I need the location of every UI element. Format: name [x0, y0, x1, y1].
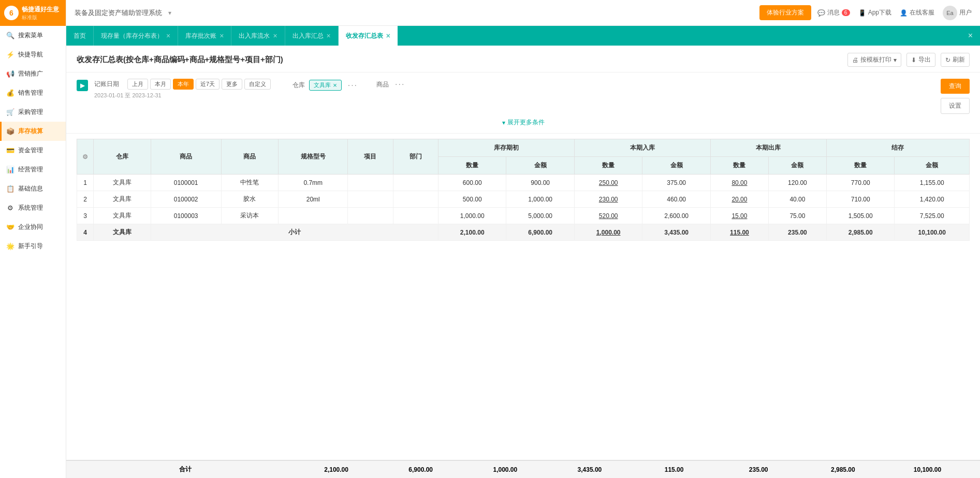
experience-btn[interactable]: 体验行业方案 — [759, 5, 811, 20]
date-btn-近7天[interactable]: 近7天 — [196, 79, 220, 90]
col-open-qty: 数量 — [438, 157, 506, 175]
service-icon: 👤 — [900, 9, 908, 17]
cell-code: 0100001 — [151, 175, 221, 191]
footer-in-qty: 1,000.00 — [463, 466, 547, 473]
nav-icon-collab: 🤝 — [6, 223, 15, 231]
message-badge: 6 — [842, 9, 850, 16]
chevron-down-icon: ▾ — [894, 56, 897, 64]
sidebar-item-quick-nav[interactable]: ⚡快捷导航 — [0, 45, 66, 64]
sidebar-item-sales[interactable]: 💰销售管理 — [0, 83, 66, 103]
subtotal-out-qty[interactable]: 115.00 — [710, 224, 768, 241]
nav-icon-inventory: 📦 — [6, 127, 15, 135]
cell-out-qty[interactable]: 80.00 — [710, 175, 768, 191]
date-btn-本年[interactable]: 本年 — [173, 79, 194, 90]
tab-item-3[interactable]: 出入库流水× — [231, 26, 285, 46]
col-spec-header: 规格型号 — [279, 139, 348, 175]
tab-item-1[interactable]: 现存量（库存分布表）× — [94, 26, 178, 46]
date-btn-本月[interactable]: 本月 — [150, 79, 171, 90]
nav-label-guide: 新手引导 — [18, 242, 43, 251]
date-btn-自定义[interactable]: 自定义 — [244, 79, 271, 90]
sidebar-item-basic[interactable]: 📋基础信息 — [0, 179, 66, 198]
cell-open-amt: 1,000.00 — [506, 191, 574, 208]
system-dropdown-icon[interactable]: ▾ — [168, 9, 171, 17]
subtotal-in-qty[interactable]: 1,000.00 — [574, 224, 642, 241]
top-header: 装备及固定资产辅助管理系统 ▾ 体验行业方案 💬 消息 6 📱 App下载 👤 … — [66, 0, 980, 26]
footer-label: 合计 — [77, 465, 294, 474]
sidebar-item-marketing[interactable]: 📢营销推广 — [0, 64, 66, 83]
settings-btn[interactable]: 设置 — [941, 98, 970, 114]
phone-icon: 📱 — [858, 9, 866, 17]
tab-item-0[interactable]: 首页 — [66, 26, 94, 46]
subtotal-in-amt: 3,435.00 — [642, 224, 710, 241]
table-row: 1 文具库 0100001 中性笔 0.7mm 600.00 900.00 25… — [77, 175, 970, 191]
warehouse-tag-close[interactable]: × — [333, 81, 337, 89]
sidebar-item-search[interactable]: 🔍搜索菜单 — [0, 26, 66, 45]
refresh-btn[interactable]: ↻ 刷新 — [941, 53, 970, 67]
table-body: 1 文具库 0100001 中性笔 0.7mm 600.00 900.00 25… — [77, 175, 970, 241]
cell-out-qty[interactable]: 20.00 — [710, 191, 768, 208]
col-gear-header[interactable]: ⚙ — [77, 139, 94, 175]
col-out-amt: 金额 — [768, 157, 826, 175]
sidebar-item-purchase[interactable]: 🛒采购管理 — [0, 103, 66, 122]
warehouse-label: 仓库 — [292, 81, 305, 90]
filter-toggle-btn[interactable]: ▶ — [77, 80, 88, 91]
col-bal-amt: 金额 — [895, 157, 970, 175]
date-btn-上月[interactable]: 上月 — [127, 79, 148, 90]
sidebar-item-system[interactable]: ⚙系统管理 — [0, 198, 66, 218]
sidebar-item-operation[interactable]: 📊经营管理 — [0, 160, 66, 179]
cell-dept — [393, 175, 438, 191]
sidebar-item-inventory[interactable]: 📦库存核算 — [0, 122, 66, 141]
app-download-action[interactable]: 📱 App下载 — [858, 8, 891, 17]
sidebar-item-finance[interactable]: 💳资金管理 — [0, 141, 66, 160]
date-btn-更多[interactable]: 更多 — [222, 79, 242, 90]
cell-out-qty[interactable]: 15.00 — [710, 208, 768, 224]
print-icon: 🖨 — [852, 56, 858, 64]
sidebar-item-guide[interactable]: 🌟新手引导 — [0, 237, 66, 256]
print-btn[interactable]: 🖨 按模板打印 ▾ — [847, 53, 901, 67]
col-group-out: 本期出库 — [710, 139, 826, 157]
sidebar-logo-text: 畅捷通好生意 标准版 — [22, 5, 59, 21]
cell-bal-qty: 770.00 — [826, 175, 894, 191]
filter-right-actions: 查询 设置 — [941, 79, 970, 114]
export-btn[interactable]: ⬇ 导出 — [906, 53, 935, 67]
online-service-action[interactable]: 👤 在线客服 — [900, 8, 934, 17]
header-actions: 💬 消息 6 📱 App下载 👤 在线客服 Ea 用户 — [817, 6, 972, 20]
nav-icon-search: 🔍 — [6, 32, 15, 39]
date-filter-label: 记账日期 — [94, 80, 119, 89]
tab-item-4[interactable]: 出入库汇总× — [285, 26, 339, 46]
user-action[interactable]: Ea 用户 — [943, 6, 972, 20]
main-content: 装备及固定资产辅助管理系统 ▾ 体验行业方案 💬 消息 6 📱 App下载 👤 … — [66, 0, 980, 478]
nav-label-purchase: 采购管理 — [18, 108, 43, 117]
sidebar-item-collab[interactable]: 🤝企业协同 — [0, 218, 66, 237]
cell-project — [348, 175, 393, 191]
expand-more-btn[interactable]: ▾ 展开更多条件 — [502, 118, 545, 127]
cell-in-qty[interactable]: 230.00 — [574, 191, 642, 208]
query-btn[interactable]: 查询 — [941, 79, 970, 94]
table-row: 2 文具库 0100002 胶水 20ml 500.00 1,000.00 23… — [77, 191, 970, 208]
nav-label-finance: 资金管理 — [18, 146, 43, 155]
message-label: 消息 — [827, 8, 840, 17]
tab-label-1: 现存量（库存分布表） — [101, 32, 163, 40]
cell-in-qty[interactable]: 520.00 — [574, 208, 642, 224]
tab-close-4[interactable]: × — [327, 32, 331, 39]
tab-close-2[interactable]: × — [220, 32, 224, 39]
tab-item-2[interactable]: 库存批次账× — [178, 26, 231, 46]
tab-bar-close-all[interactable]: × — [961, 31, 980, 40]
cell-in-qty[interactable]: 250.00 — [574, 175, 642, 191]
footer-total-label: 合计 — [179, 466, 192, 473]
tab-close-3[interactable]: × — [273, 32, 277, 39]
date-filter: 记账日期 上月本月本年近7天更多自定义 2023-01-01 至 2023-12… — [94, 79, 271, 99]
subtotal-warehouse: 文具库 — [94, 224, 151, 241]
cell-out-amt: 75.00 — [768, 208, 826, 224]
logo-icon: 6 — [4, 6, 19, 20]
tab-close-1[interactable]: × — [166, 32, 170, 39]
footer-open-qty: 2,100.00 — [294, 466, 378, 473]
message-action[interactable]: 💬 消息 6 — [817, 8, 850, 17]
tab-close-5[interactable]: × — [386, 32, 390, 39]
warehouse-more-dots[interactable]: ··· — [346, 81, 360, 90]
goods-more-dots[interactable]: ··· — [393, 80, 407, 89]
nav-icon-system: ⚙ — [6, 204, 15, 212]
cell-bal-amt: 1,155.00 — [895, 175, 970, 191]
cell-open-qty: 500.00 — [438, 191, 506, 208]
tab-item-5[interactable]: 收发存汇总表× — [339, 26, 398, 46]
